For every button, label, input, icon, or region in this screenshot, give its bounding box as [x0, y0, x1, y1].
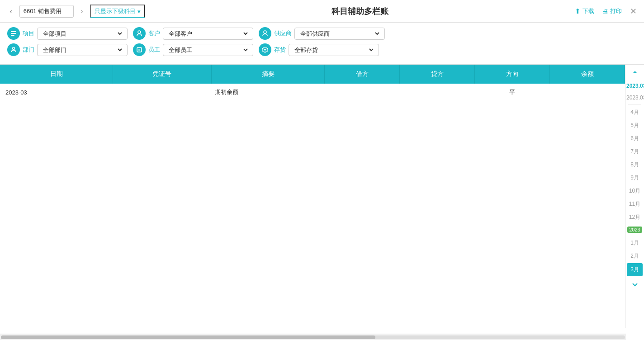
close-button[interactable]: ✕ — [630, 6, 637, 16]
project-select[interactable]: 全部项目 — [37, 28, 128, 40]
table-row: 2023-03 期初余额 平 — [0, 84, 625, 101]
inventory-dropdown[interactable]: 全部存货 — [293, 46, 375, 54]
show-sub-button[interactable]: 只显示下级科目 ▾ — [90, 5, 145, 18]
supplier-label: 供应商 — [274, 29, 292, 38]
filter-item-employee: 员工 全部员工 — [133, 43, 253, 56]
sidebar-down-button[interactable] — [625, 277, 644, 292]
sidebar-item-may[interactable]: 5月 — [625, 119, 644, 132]
cell-direction: 平 — [475, 84, 550, 101]
employee-label: 员工 — [148, 46, 160, 54]
svg-rect-2 — [11, 35, 14, 36]
cell-voucher — [113, 84, 212, 101]
project-icon — [7, 27, 20, 40]
cell-date: 2023-03 — [0, 84, 113, 101]
dept-label: 部门 — [23, 46, 34, 54]
sidebar-item-june[interactable]: 6月 — [625, 132, 644, 145]
col-balance: 余额 — [550, 65, 625, 84]
sidebar-item-october[interactable]: 10月 — [625, 184, 644, 198]
print-button[interactable]: 🖨 打印 — [601, 7, 622, 15]
employee-select[interactable]: 全部员工 — [163, 44, 253, 56]
col-credit: 贷方 — [400, 65, 475, 84]
page-title: 科目辅助多栏账 — [150, 6, 570, 17]
download-icon: ⬆ — [575, 7, 581, 15]
dept-select[interactable]: 全部部门 — [37, 44, 128, 56]
table-body: 2023-03 期初余额 平 — [0, 84, 625, 101]
print-icon: 🖨 — [601, 7, 608, 15]
project-label: 项目 — [23, 29, 34, 38]
col-voucher: 凭证号 — [113, 65, 212, 84]
sidebar-item-september[interactable]: 9月 — [625, 171, 644, 184]
prev-button[interactable]: ‹ — [7, 7, 15, 16]
project-dropdown[interactable]: 全部项目 — [41, 30, 123, 38]
svg-point-3 — [264, 31, 266, 33]
filter-area: 项目 全部项目 客户 全部客户 — [0, 23, 644, 65]
col-debit: 借方 — [325, 65, 400, 84]
sidebar-up-button[interactable] — [625, 65, 644, 80]
filter-row-1: 项目 全部项目 客户 全部客户 — [7, 27, 637, 40]
svg-rect-0 — [11, 31, 16, 32]
right-sidebar: 2023.03 2023.03 4月 5月 6月 7月 8月 9月 10月 11… — [625, 65, 644, 328]
sidebar-item-march[interactable]: 3月 — [627, 263, 643, 276]
table-area: 日期 凭证号 摘要 借方 贷方 方向 余额 2023-03 期初余额 平 — [0, 65, 625, 328]
main-window: ‹ 6601 销售费用 › 只显示下级科目 ▾ 科目辅助多栏账 ⬆ 下载 🖨 打… — [0, 0, 644, 340]
employee-icon — [133, 43, 146, 56]
inventory-select[interactable]: 全部存货 — [289, 44, 379, 56]
customer-select[interactable]: 全部客户 — [163, 28, 253, 40]
filter-item-project: 项目 全部项目 — [7, 27, 128, 40]
show-sub-label: 只显示下级科目 — [95, 7, 136, 15]
col-direction: 方向 — [475, 65, 550, 84]
cell-debit — [325, 84, 400, 101]
inventory-icon — [259, 43, 271, 56]
sidebar-year-badge: 2023 — [625, 224, 644, 236]
filter-item-supplier: 供应商 全部供应商 — [259, 27, 385, 40]
customer-dropdown[interactable]: 全部客户 — [167, 30, 249, 38]
customer-icon — [133, 27, 146, 40]
scroll-thumb — [1, 335, 375, 339]
cell-summary: 期初余额 — [211, 84, 325, 101]
supplier-icon — [259, 27, 271, 40]
dept-dropdown[interactable]: 全部部门 — [41, 46, 123, 54]
dept-icon — [7, 43, 20, 56]
customer-label: 客户 — [148, 29, 160, 38]
download-button[interactable]: ⬆ 下载 — [575, 7, 594, 15]
filter-item-dept: 部门 全部部门 — [7, 43, 128, 56]
sidebar-item-jan[interactable]: 1月 — [625, 236, 644, 250]
scroll-track — [1, 335, 625, 339]
sidebar-item-december[interactable]: 12月 — [625, 211, 644, 224]
cell-balance — [550, 84, 625, 101]
header-bar: ‹ 6601 销售费用 › 只显示下级科目 ▾ 科目辅助多栏账 ⬆ 下载 🖨 打… — [0, 0, 644, 23]
col-summary: 摘要 — [211, 65, 325, 84]
supplier-select[interactable]: 全部供应商 — [294, 28, 385, 40]
table-header-row: 日期 凭证号 摘要 借方 贷方 方向 余额 — [0, 65, 625, 84]
sidebar-item-202303-second[interactable]: 2023.03 — [625, 92, 644, 104]
sidebar-item-202303-top[interactable]: 2023.03 — [625, 80, 644, 92]
sidebar-item-august[interactable]: 8月 — [625, 158, 644, 171]
sidebar-item-july[interactable]: 7月 — [625, 145, 644, 158]
bottom-scrollbar[interactable] — [0, 334, 626, 340]
sidebar-item-november[interactable]: 11月 — [625, 198, 644, 211]
filter-row-2: 部门 全部部门 员工 全部员工 — [7, 43, 637, 56]
svg-point-4 — [13, 47, 15, 50]
employee-dropdown[interactable]: 全部员工 — [167, 46, 249, 54]
next-button[interactable]: › — [78, 7, 86, 16]
svg-rect-5 — [137, 47, 142, 52]
inventory-label: 存货 — [274, 46, 286, 54]
action-buttons: ⬆ 下载 🖨 打印 — [575, 7, 622, 15]
data-table: 日期 凭证号 摘要 借方 贷方 方向 余额 2023-03 期初余额 平 — [0, 65, 625, 101]
chevron-down-icon: ▾ — [137, 8, 141, 15]
supplier-dropdown[interactable]: 全部供应商 — [298, 30, 381, 38]
svg-rect-1 — [11, 33, 16, 34]
sidebar-item-april[interactable]: 4月 — [625, 106, 644, 119]
account-code: 6601 销售费用 — [19, 5, 74, 18]
cell-credit — [400, 84, 475, 101]
filter-item-inventory: 存货 全部存货 — [259, 43, 379, 56]
col-date: 日期 — [0, 65, 113, 84]
sidebar-item-feb[interactable]: 2月 — [625, 250, 644, 263]
filter-item-customer: 客户 全部客户 — [133, 27, 253, 40]
